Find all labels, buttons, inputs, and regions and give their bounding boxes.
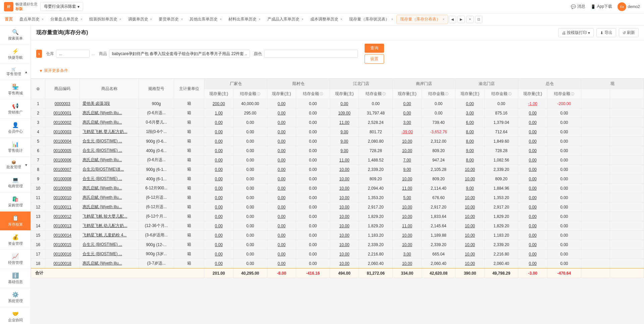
sidebar-item-stat[interactable]: 📊 零售统计 [0, 138, 31, 157]
row-wh4-qty[interactable]: 10.00 [393, 231, 422, 240]
row-code[interactable]: 00100010 [45, 193, 80, 202]
row-total-qty[interactable]: 0.00 [518, 165, 547, 174]
row-wh3-qty[interactable]: 10.00 [330, 231, 359, 240]
row-wh1-qty[interactable]: 0.00 [204, 165, 233, 174]
setting-btn[interactable]: 设置 [365, 54, 384, 64]
row-name[interactable]: 合生元 (BIOSTIME) ... [80, 137, 139, 146]
row-name[interactable]: 惠氏启赋 (Wyeth illu... [80, 155, 139, 165]
row-wh3-qty[interactable]: 11.00 [330, 118, 359, 127]
row-wh5-qty[interactable]: 10.00 [455, 165, 485, 174]
row-wh5-qty[interactable]: 10.00 [455, 193, 485, 202]
row-wh2-qty[interactable]: 0.00 [267, 174, 296, 184]
row-code[interactable]: 00100004 [45, 137, 80, 146]
row-wh2-qty[interactable]: 0.00 [267, 127, 296, 137]
tab-close-6[interactable]: × [220, 17, 222, 21]
row-wh3-qty[interactable]: 10.00 [330, 240, 359, 249]
row-name[interactable]: 惠氏启赋 (Wyeth illu... [80, 259, 139, 269]
tab-6[interactable]: 其他出库单历史× [186, 15, 225, 24]
row-wh4-qty[interactable]: 10.00 [393, 202, 422, 212]
row-total-qty[interactable]: 0.00 [518, 146, 547, 155]
row-wh3-qty[interactable]: 109.00 [330, 108, 359, 118]
row-wh2-qty[interactable]: 0.00 [267, 118, 296, 127]
row-name[interactable]: 飞鹤星飞帆 儿童奶粉 4... [80, 231, 139, 240]
row-wh3-qty[interactable]: 9.00 [330, 127, 359, 137]
row-total-qty[interactable]: 0.00 [518, 184, 547, 193]
row-name[interactable]: 合生元(BIOSTIME)淡... [80, 165, 139, 174]
tab-close-2[interactable]: × [80, 17, 83, 21]
row-wh2-qty[interactable]: 0.00 [267, 99, 296, 108]
row-wh3-qty[interactable]: 9.00 [330, 146, 359, 155]
row-total-qty[interactable]: 0.00 [518, 221, 547, 231]
sidebar-item-wholesale[interactable]: 📦 批发管理 ▼ [0, 157, 31, 173]
row-wh2-qty[interactable]: 0.00 [267, 193, 296, 202]
print-btn[interactable]: 🖨 按模版打印 ▾ [558, 28, 594, 37]
row-code[interactable]: 00100016 [45, 249, 80, 259]
row-wh3-qty[interactable]: 10.00 [330, 202, 359, 212]
row-code[interactable]: 00100014 [45, 231, 80, 240]
tab-close-all-btn[interactable]: × [466, 16, 474, 23]
sidebar-item-base[interactable]: ℹ️ 基础信息 [0, 269, 31, 288]
tab-close-5[interactable]: × [181, 17, 183, 21]
row-total-qty[interactable]: -1.00 [518, 99, 547, 108]
tab-prev-btn[interactable]: ◀ [449, 16, 456, 23]
warehouse-input[interactable] [56, 50, 90, 58]
row-wh4-qty[interactable]: 3.00 [393, 118, 422, 127]
row-wh1-qty[interactable]: 0.00 [204, 212, 233, 221]
sidebar-item-inventory[interactable]: 📋 库存核算 [0, 212, 31, 231]
tab-2[interactable]: 分量盘点单历史× [47, 15, 86, 24]
color-input[interactable] [264, 50, 358, 58]
tab-next-btn[interactable]: ▶ [458, 16, 465, 23]
row-wh1-qty[interactable]: 0.00 [204, 155, 233, 165]
row-wh1-qty[interactable]: 0.00 [204, 127, 233, 137]
row-wh4-qty[interactable]: 0.00 [393, 99, 422, 108]
col-settings[interactable]: ⚙ [31, 79, 45, 99]
row-wh3-qty[interactable]: 10.00 [330, 184, 359, 193]
export-btn[interactable]: ⬇ 导出 [596, 28, 616, 37]
row-wh2-qty[interactable]: 0.00 [267, 155, 296, 165]
row-code[interactable]: 00100002 [45, 118, 80, 127]
row-code[interactable]: 00100007 [45, 165, 80, 174]
row-code[interactable]: 00100001 [45, 108, 80, 118]
row-total-qty[interactable]: 0.00 [518, 137, 547, 146]
row-name[interactable]: 合生元 (BIOSTIME) ... [80, 249, 139, 259]
row-wh1-qty[interactable]: 0.00 [204, 146, 233, 155]
sidebar-item-purchase[interactable]: 🛍️ 采购管理 [0, 192, 31, 212]
sidebar-item-ecom[interactable]: 💻 电商管理 [0, 173, 31, 192]
row-wh4-qty[interactable]: 11.00 [393, 184, 422, 193]
row-name[interactable]: 合生元 (BIOSTIME) ... [80, 240, 139, 249]
row-wh4-qty[interactable]: 0.00 [393, 108, 422, 118]
tab-8[interactable]: 产成品入库单历史× [264, 15, 307, 24]
row-wh1-qty[interactable]: 0.00 [204, 240, 233, 249]
row-name[interactable]: 飞鹤星飞帆 婴儿配方奶... [80, 127, 139, 137]
row-code[interactable]: 0000003 [45, 99, 80, 108]
row-total-qty[interactable]: 0.00 [518, 249, 547, 259]
row-code[interactable]: 00100011 [45, 202, 80, 212]
row-total-qty[interactable]: 0.00 [518, 202, 547, 212]
row-wh3-qty[interactable]: 10.00 [330, 212, 359, 221]
row-wh4-qty[interactable]: 9.00 [393, 165, 422, 174]
row-code[interactable]: 00100009 [45, 184, 80, 193]
app-download-btn[interactable]: 📱 App下载 [591, 4, 612, 9]
row-wh4-qty[interactable]: -39.00 [393, 127, 422, 137]
refresh-btn[interactable]: ↺ 刷新 [619, 28, 639, 37]
row-total-qty[interactable]: 0.00 [518, 231, 547, 240]
tab-10[interactable]: 现存量（库存状况表）× [346, 15, 397, 24]
tab-expand-btn[interactable]: ⊡ [475, 16, 482, 23]
row-total-qty[interactable]: 0.00 [518, 108, 547, 118]
goods-input[interactable] [109, 50, 250, 58]
row-wh3-qty[interactable]: 11.00 [330, 155, 359, 165]
tab-9[interactable]: 成本调整单历史× [307, 15, 346, 24]
row-wh4-qty[interactable]: 10.00 [393, 240, 422, 249]
tab-home[interactable]: 首页 [1, 15, 16, 24]
row-total-qty[interactable]: 0.00 [518, 155, 547, 165]
tab-close-7[interactable]: × [259, 17, 261, 21]
tab-close-4[interactable]: × [150, 17, 152, 21]
row-wh5-qty[interactable]: 10.00 [455, 174, 485, 184]
row-wh5-qty[interactable]: 10.00 [455, 202, 485, 212]
row-wh1-qty[interactable]: 1.00 [204, 108, 233, 118]
row-name[interactable]: 惠氏启赋 (Wyeth illu... [80, 108, 139, 118]
row-wh5-qty[interactable]: 8.00 [455, 127, 485, 137]
row-wh4-qty[interactable]: 3.00 [393, 249, 422, 259]
row-name[interactable]: 惠氏启赋 (Wyeth illu... [80, 202, 139, 212]
row-wh3-qty[interactable]: 9.00 [330, 137, 359, 146]
